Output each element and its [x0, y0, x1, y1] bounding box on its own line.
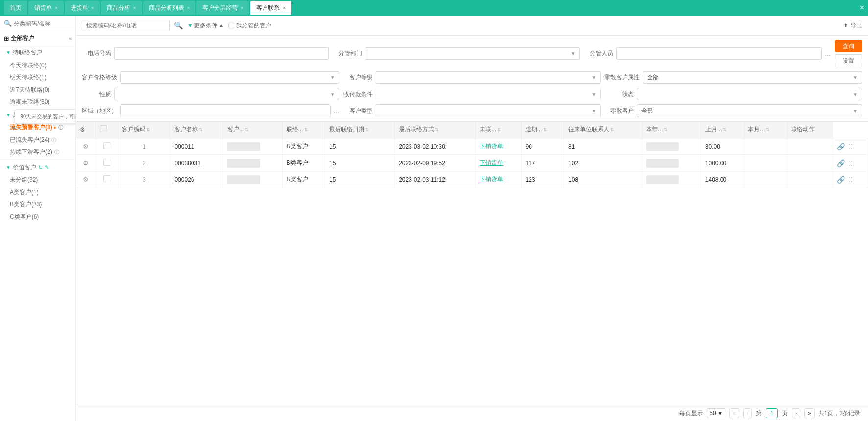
th-type[interactable]: 客户...⇅: [223, 122, 283, 138]
sidebar-item-class-a[interactable]: A类客户(1): [0, 186, 75, 198]
collapse-icon[interactable]: «: [69, 36, 72, 41]
section-risk-customers[interactable]: ▼ 风险客户 90天未交易的客户，可能有流失风险。: [0, 108, 75, 122]
tab-home-label: 首页: [10, 4, 22, 12]
filter-search-button[interactable]: 🔍: [174, 21, 183, 30]
price-level-select[interactable]: ▼: [120, 71, 339, 84]
tab-analysis-list-close[interactable]: ×: [187, 5, 190, 11]
region-more-btn[interactable]: ...: [334, 107, 339, 115]
td-gear-3[interactable]: ⚙: [76, 172, 96, 188]
last-method-2[interactable]: 下销货单: [480, 159, 503, 166]
dept-select[interactable]: ▼: [365, 47, 579, 60]
value-edit-icon[interactable]: ✎: [45, 164, 49, 171]
contact-action-icon-1[interactable]: 🔗: [837, 143, 845, 150]
sidebar-item-today[interactable]: 今天待联络(0): [0, 59, 75, 72]
td-gear-1[interactable]: ⚙: [76, 138, 96, 155]
retail-select[interactable]: 全部 ▼: [637, 104, 862, 117]
more-action-icon-2[interactable]: ⁚⁚: [849, 159, 853, 167]
td-this-month-1: [787, 138, 832, 155]
prev-page-button[interactable]: ‹: [743, 408, 752, 418]
tab-home[interactable]: 首页: [4, 1, 27, 15]
tab-customer-contact-close[interactable]: ×: [283, 5, 286, 11]
churn-info-icon[interactable]: ⓘ: [58, 124, 63, 131]
region-input[interactable]: [120, 104, 331, 117]
filter-row-4: 区域（地区） ... 客户类型 ▼ 零散客户 全部 ▼: [82, 104, 862, 117]
sidebar-item-class-c[interactable]: C类客户(6): [0, 211, 75, 223]
th-contact-person[interactable]: 往来单位联系人⇅: [564, 122, 642, 138]
sidebar-search-input[interactable]: [14, 20, 76, 27]
th-last-month[interactable]: 上月...⇅: [701, 122, 744, 138]
customer-type-select[interactable]: ▼: [376, 104, 601, 117]
sidebar-item-7days[interactable]: 近7天待联络(0): [0, 84, 75, 96]
value-refresh-icon[interactable]: ↻: [38, 164, 43, 171]
churned-info-icon[interactable]: ⓘ: [51, 137, 56, 144]
th-last-method[interactable]: 最后联络方式⇅: [395, 122, 476, 138]
th-this-year[interactable]: 本年...⇅: [642, 122, 701, 138]
th-gear[interactable]: ⚙: [76, 122, 96, 138]
my-customers-checkbox-area[interactable]: 我分管的客户: [228, 22, 271, 30]
tab-purchase[interactable]: 进货单 ×: [65, 1, 100, 15]
tab-customer-tier[interactable]: 客户分层经营 ×: [196, 1, 249, 15]
th-name[interactable]: 客户名称⇅: [170, 122, 223, 138]
th-code[interactable]: 客户编码⇅: [118, 122, 170, 138]
more-action-icon-3[interactable]: ⁚⁚: [849, 176, 853, 184]
settings-button[interactable]: 设置: [835, 54, 862, 67]
export-icon: ⬆: [844, 22, 848, 29]
last-method-3[interactable]: 下销货单: [480, 176, 503, 183]
row-checkbox-2[interactable]: [103, 159, 110, 166]
export-button[interactable]: ⬆ 导出: [844, 22, 862, 30]
sidebar-item-ungrouped[interactable]: 未分组(32): [0, 174, 75, 186]
tab-sales-close[interactable]: ×: [55, 5, 58, 11]
person-more-btn[interactable]: ...: [825, 50, 831, 57]
per-page-select[interactable]: 50 ▼: [707, 408, 725, 418]
td-checkbox-1[interactable]: [96, 138, 118, 155]
tab-analysis[interactable]: 商品分析 ×: [101, 1, 142, 15]
filter-search-input[interactable]: [82, 20, 170, 31]
query-button[interactable]: 查询: [835, 40, 862, 52]
sidebar-item-declining[interactable]: 持续下滑客户(2) ⓘ: [0, 146, 75, 158]
tab-analysis-list[interactable]: 商品分析列表 ×: [143, 1, 196, 15]
th-last-date[interactable]: 最后联络日期⇅: [325, 122, 395, 138]
th-unlisted[interactable]: 未联...⇅: [476, 122, 521, 138]
row-checkbox-1[interactable]: [103, 142, 110, 149]
th-this-month[interactable]: 本月...⇅: [744, 122, 787, 138]
td-checkbox-3[interactable]: [96, 172, 118, 188]
payment-select[interactable]: ▼: [376, 88, 601, 100]
last-method-1[interactable]: 下销货单: [480, 143, 503, 149]
sidebar-item-churned[interactable]: 已流失客户(24) ⓘ: [0, 134, 75, 146]
td-gear-2[interactable]: ⚙: [76, 155, 96, 172]
nature-select[interactable]: ▼: [114, 88, 339, 100]
row-checkbox-3[interactable]: [103, 175, 110, 182]
tab-purchase-close[interactable]: ×: [91, 5, 94, 11]
customer-level-select[interactable]: ▼: [376, 71, 601, 84]
tab-analysis-close[interactable]: ×: [133, 5, 136, 11]
retail-attr-select[interactable]: 全部 ▼: [643, 71, 862, 84]
my-customers-checkbox[interactable]: [228, 23, 234, 28]
last-page-button[interactable]: »: [804, 408, 815, 418]
th-checkbox[interactable]: [96, 122, 118, 138]
more-action-icon-1[interactable]: ⁚⁚: [849, 143, 853, 150]
status-select[interactable]: ▼: [637, 88, 862, 100]
contact-action-icon-3[interactable]: 🔗: [837, 176, 845, 184]
more-conditions-button[interactable]: ▼ 更多条件 ▲: [187, 22, 224, 30]
window-close-button[interactable]: ×: [860, 3, 864, 12]
phone-input[interactable]: [114, 47, 329, 60]
select-all-checkbox[interactable]: [100, 125, 107, 132]
next-page-button[interactable]: ›: [792, 408, 800, 418]
section-value-customers[interactable]: ▼ 价值客户 ↻ ✎: [0, 161, 75, 174]
th-contact[interactable]: 联络...⇅: [282, 122, 325, 138]
sidebar-item-class-b[interactable]: B类客户(33): [0, 198, 75, 211]
tab-customer-tier-close[interactable]: ×: [241, 5, 243, 11]
declining-info-icon[interactable]: ⓘ: [54, 149, 59, 156]
td-checkbox-2[interactable]: [96, 155, 118, 172]
sidebar-item-tomorrow[interactable]: 明天待联络(1): [0, 72, 75, 84]
sidebar-item-overdue[interactable]: 逾期未联络(30): [0, 96, 75, 108]
section-pending-contact[interactable]: ▼ 待联络客户: [0, 46, 75, 59]
person-select[interactable]: [616, 47, 822, 60]
td-last-month-1: [744, 138, 787, 155]
tab-customer-contact[interactable]: 客户联系 ×: [250, 1, 291, 15]
all-customers-header[interactable]: ⊞ 全部客户 «: [0, 31, 75, 46]
th-overdue[interactable]: 逾期...⇅: [521, 122, 564, 138]
first-page-button[interactable]: «: [729, 408, 740, 418]
tab-sales[interactable]: 销货单 ×: [28, 1, 64, 15]
contact-action-icon-2[interactable]: 🔗: [837, 159, 845, 167]
